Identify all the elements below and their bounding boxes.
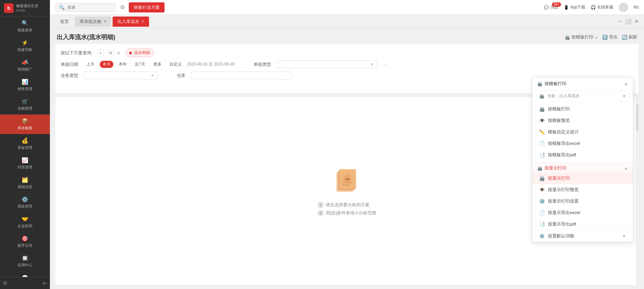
- sidebar-item-operation[interactable]: 📈 经营管理: [0, 154, 50, 173]
- page-header: 出入库流水(流水明细) 🖨️ 按模板打印 ▲ ⬆️ 导出 🔄 刷新: [50, 28, 644, 44]
- date-btn-7days[interactable]: 近7天: [132, 61, 148, 68]
- collapse-icon[interactable]: ⇤: [43, 280, 47, 286]
- filter-add-button[interactable]: +: [97, 49, 104, 57]
- sidebar-item-label: 应用中心: [18, 263, 32, 268]
- display-settings-icon: ⚙️: [539, 199, 545, 204]
- wechat-icon: 💬: [22, 274, 28, 277]
- type-more-icon[interactable]: ···: [383, 62, 387, 67]
- filter-row-main: 按以下方案查询 + ⚙ « 流水明细: [61, 49, 633, 57]
- logo-text: 畅捷通好生意: [16, 3, 38, 8]
- tab-minimize-icon[interactable]: ─: [618, 18, 622, 25]
- sidebar-item-inventory[interactable]: 📦 库存核算: [0, 114, 50, 134]
- chevron-up-icon[interactable]: ▲: [624, 81, 628, 86]
- tip-text-2: 用[选]条件来缩小分析范围: [326, 210, 376, 216]
- tab-batch-account-close[interactable]: ✕: [104, 19, 107, 24]
- business-type-select[interactable]: ▼: [84, 72, 158, 79]
- empty-tip-1: 1 请先选择要分析的方案: [318, 202, 376, 208]
- app-label: App下载: [570, 4, 585, 10]
- sidebar-item-basic[interactable]: 🗂️ 基础信息: [0, 173, 50, 193]
- notification-button[interactable]: 💬 消息 99+: [544, 4, 558, 10]
- display-preview-menu-item[interactable]: 👁️ 按显示打印预览: [532, 184, 633, 195]
- sidebar-item-sales[interactable]: 📊 销售管理: [0, 75, 50, 95]
- sales-icon: 📊: [22, 79, 28, 85]
- template-export-pdf-menu-item[interactable]: 📑 按模板导出pdf: [532, 149, 633, 161]
- chevron-down-icon: ▼: [151, 74, 154, 77]
- settings-icon[interactable]: ⚙: [3, 280, 7, 286]
- display-section-collapse-icon[interactable]: ▲: [624, 166, 628, 170]
- main-content: 🔍 ⚙ 体验行业方案 💬 消息 99+ 📱 App下载 🎧 在线客服: [50, 0, 644, 289]
- warehouse-select[interactable]: ···: [191, 72, 292, 79]
- tab-bar: 首页 库存批次账 ✕ 出入库流水 ✕ ─ ⬜ ✕: [50, 15, 644, 28]
- empty-state: 1 请先选择要分析的方案 2 用[选]条件来缩小分析范围: [318, 166, 376, 216]
- finance-icon: 💰: [22, 137, 28, 144]
- sidebar-item-system[interactable]: ⚙️ 系统管理: [0, 193, 50, 212]
- tab-maximize-icon[interactable]: ⬜: [625, 18, 632, 25]
- export-button[interactable]: ⬆️ 导出: [602, 34, 618, 40]
- sidebar-item-label: 新手引导: [18, 243, 32, 248]
- date-filter: 上月 本月 本年 近7天 更多 自定义 2023-06-01 至 2023-06…: [84, 61, 235, 68]
- date-btn-last-month[interactable]: 上月: [84, 61, 97, 68]
- date-btn-more[interactable]: 更多: [151, 61, 164, 68]
- avatar[interactable]: [619, 3, 628, 12]
- refresh-icon: 🔄: [622, 35, 627, 40]
- display-export-pdf-menu-item[interactable]: 📑 按显示导出pdf: [532, 218, 633, 230]
- app-download-button[interactable]: 📱 App下载: [564, 4, 585, 10]
- chevron-down-icon: ▼: [371, 62, 374, 66]
- date-btn-custom[interactable]: 自定义: [167, 61, 184, 68]
- filter-collapse-button[interactable]: «: [117, 50, 120, 56]
- right-scrollbar[interactable]: [636, 97, 639, 285]
- tab-close-icon[interactable]: ✕: [634, 18, 639, 25]
- type-select[interactable]: ▼: [276, 60, 378, 68]
- refresh-label: 刷新: [628, 34, 637, 40]
- sidebar-item-appstore[interactable]: 🔲 应用中心: [0, 252, 50, 271]
- export-label: 导出: [609, 34, 618, 40]
- logo-badge: 标准版: [16, 8, 38, 13]
- gear-icon[interactable]: ⚙: [120, 4, 125, 10]
- template-print-menu-item[interactable]: 🖨️ 按模板打印: [532, 103, 633, 115]
- footer-chevron-down-icon[interactable]: ▼: [622, 234, 626, 238]
- search-input[interactable]: [67, 5, 108, 10]
- trial-button[interactable]: 体验行业方案: [129, 2, 165, 12]
- svg-rect-4: [342, 182, 353, 183]
- sidebar-item-label: 企业协同: [18, 224, 32, 229]
- template-preview-menu-item[interactable]: 👁️ 按模板预览: [532, 115, 633, 126]
- refresh-button[interactable]: 🔄 刷新: [622, 34, 637, 40]
- sidebar-item-marketing[interactable]: 📣 营销推广: [0, 56, 50, 75]
- tip-num-2: 2: [318, 210, 324, 216]
- tab-flow[interactable]: 出入库流水 ✕: [113, 17, 149, 27]
- sidebar-item-purchase[interactable]: 🛒 采购管理: [0, 95, 50, 114]
- display-settings-menu-item[interactable]: ⚙️ 按显示打印设置: [532, 195, 633, 207]
- display-export-excel-menu-item[interactable]: 📄 按显示导出excel: [532, 207, 633, 218]
- sidebar-item-search[interactable]: 🔍 搜索菜单: [0, 17, 50, 36]
- sidebar-item-label: 采购管理: [18, 106, 32, 111]
- customer-service-button[interactable]: 🎧 在线客服: [591, 4, 613, 10]
- default-setting-icon: ⚙️: [539, 234, 545, 239]
- empty-tip-2: 2 用[选]条件来缩小分析范围: [318, 210, 376, 216]
- sidebar-item-finance[interactable]: 💰 资金管理: [0, 134, 50, 154]
- sidebar-item-coop[interactable]: 🤝 企业协同: [0, 212, 50, 232]
- tip-num-1: 1: [318, 202, 324, 208]
- search-box[interactable]: 🔍: [55, 3, 116, 12]
- filter-setting-button[interactable]: ⚙: [107, 49, 114, 57]
- print-icon: 🖨️: [537, 81, 543, 86]
- sidebar-item-guide[interactable]: 🎯 新手引导: [0, 232, 50, 252]
- date-range: 2023-06-01 至 2023-06-30: [187, 61, 235, 67]
- tab-home[interactable]: 首页: [55, 17, 74, 27]
- svg-rect-5: [342, 184, 350, 186]
- date-btn-this-month[interactable]: 本月: [100, 61, 113, 68]
- tab-flow-close[interactable]: ✕: [141, 19, 144, 24]
- template-print-button[interactable]: 🖨️ 按模板打印 ▲: [565, 34, 598, 40]
- footer-label: ⚙️ 设置默认功能: [539, 233, 574, 239]
- template-export-excel-menu-item[interactable]: 📄 按模板导出excel: [532, 138, 633, 149]
- date-btn-this-year[interactable]: 本年: [116, 61, 129, 68]
- filter-row-date: 单据日期 上月 本月 本年 近7天 更多 自定义 2023-06-01 至 20…: [61, 60, 633, 68]
- template-custom-menu-item[interactable]: ✏️ 模板自定义设计: [532, 126, 633, 138]
- display-print-menu-item[interactable]: 🖨️ 按显示打印: [532, 173, 633, 184]
- sidebar-item-quick-nav[interactable]: ⚡ 快捷导航: [0, 36, 50, 56]
- sidebar-item-label: 基础信息: [18, 184, 32, 189]
- tab-batch-account[interactable]: 库存批次账 ✕: [75, 17, 111, 27]
- date-label: 单据日期: [61, 61, 78, 68]
- quick-nav-icon: ⚡: [22, 40, 28, 46]
- current-chevron-down-icon[interactable]: ▼: [622, 94, 626, 99]
- sidebar-item-wechat[interactable]: 💬 企业微信: [0, 271, 50, 277]
